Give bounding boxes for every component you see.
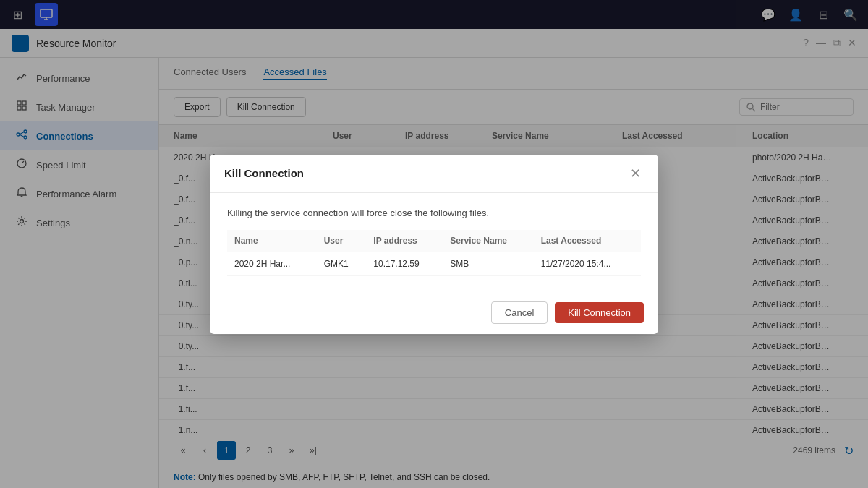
modal-cell-last-accessed: 11/27/2020 15:4... (534, 252, 641, 275)
modal-cell-ip: 10.17.12.59 (366, 252, 443, 275)
modal-table-body: 2020 2H Har... GMK1 10.17.12.59 SMB 11/2… (227, 252, 641, 275)
modal-col-service: Service Name (443, 230, 533, 252)
modal-cell-user: GMK1 (317, 252, 367, 275)
modal-col-name: Name (227, 230, 317, 252)
modal-cell-name: 2020 2H Har... (227, 252, 317, 275)
kill-connection-confirm-button[interactable]: Kill Connection (555, 302, 644, 323)
modal-close-button[interactable]: ✕ (626, 165, 644, 182)
modal-cell-service: SMB (443, 252, 533, 275)
modal-header: Kill Connection ✕ (210, 155, 658, 193)
modal-footer: Cancel Kill Connection (210, 291, 658, 334)
modal-col-ip: IP address (366, 230, 443, 252)
modal-col-user: User (317, 230, 367, 252)
modal-col-last-accessed: Last Accessed (534, 230, 641, 252)
modal-body: Killing the service connection will forc… (210, 193, 658, 291)
modal-overlay[interactable]: Kill Connection ✕ Killing the service co… (0, 0, 868, 488)
kill-connection-modal: Kill Connection ✕ Killing the service co… (210, 155, 658, 334)
modal-title: Kill Connection (224, 167, 304, 179)
modal-description: Killing the service connection will forc… (227, 207, 641, 218)
modal-table: Name User IP address Service Name Last A… (227, 230, 641, 276)
cancel-button[interactable]: Cancel (491, 301, 548, 324)
modal-table-row: 2020 2H Har... GMK1 10.17.12.59 SMB 11/2… (227, 252, 641, 275)
